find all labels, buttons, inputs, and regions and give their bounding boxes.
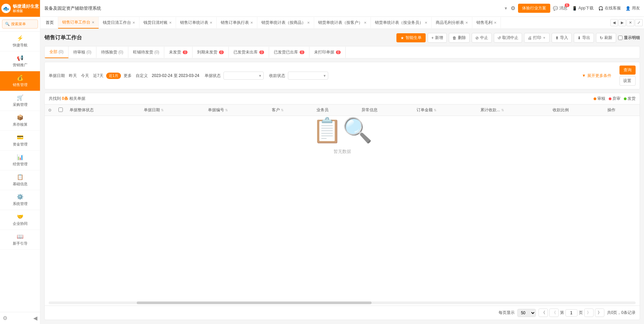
sidebar-item-base-info[interactable]: 📋 基础信息 (0, 170, 40, 190)
show-detail-checkbox[interactable] (618, 36, 622, 40)
tab-gross-profit[interactable]: 商品毛利分析表 ✕ (432, 17, 472, 28)
orders-table: ⚙ 单据整体状态 单据日期 ⇅ (45, 105, 640, 116)
filter-tab-pending-review[interactable]: 待审核 (0) (69, 47, 96, 58)
sidebar-item-inventory[interactable]: 📦 库存核算 (0, 111, 40, 131)
tab-close-icon[interactable]: ✕ (132, 21, 135, 25)
export-button[interactable]: ⬇ 导出 (574, 33, 594, 43)
results-count: 共找到 0条 相关单据 (49, 96, 85, 102)
tab-close-icon[interactable]: ✕ (250, 21, 253, 25)
tab-close-icon[interactable]: ✕ (425, 21, 427, 25)
date-btn-today[interactable]: 今天 (80, 72, 90, 79)
th-number-label: 单据编号 (208, 108, 224, 112)
sort-number-icon[interactable]: ⇅ (225, 108, 228, 112)
filter-tab-all[interactable]: 全部 (0) (45, 46, 69, 58)
sidebar-item-finance[interactable]: 💳 资金管理 (0, 131, 40, 151)
tab-sales-revenue[interactable]: 销售毛利 ✕ (472, 17, 501, 28)
page-number-input[interactable] (565, 309, 577, 317)
cancel-stop-button[interactable]: ↺ 取消中止 (494, 33, 522, 43)
page-next-button[interactable]: 〉 (584, 309, 594, 317)
tab-cash-reconcile[interactable]: 钱货日清对账 ✕ (139, 17, 176, 28)
tab-sales-summary-staff[interactable]: 销货单统计表（按业务员） ✕ (371, 17, 432, 28)
sidebar-item-quick-nav[interactable]: ⚡ 快捷导航 (0, 32, 40, 51)
user-button[interactable]: 👤 用友 (626, 5, 640, 11)
tab-close-icon[interactable]: ✕ (364, 21, 367, 25)
smart-create-button[interactable]: ★ 智能生单 (396, 33, 426, 42)
tab-close-all-button[interactable]: ✕ (627, 19, 634, 26)
tab-close-icon[interactable]: ✕ (307, 21, 310, 25)
sidebar-item-label: 系统管理 (13, 201, 28, 206)
sidebar-item-purchase[interactable]: 🛒 采购管理 (0, 91, 40, 111)
query-button[interactable]: 查询 (619, 66, 636, 75)
horizontal-scrollbar-thumb[interactable] (137, 301, 372, 304)
sidebar-item-operation[interactable]: 📊 经营管理 (0, 151, 40, 170)
solution-button[interactable]: 体验行业方案 (518, 4, 550, 13)
page-size-select[interactable]: 50 20 100 (517, 309, 536, 317)
topbar-right: 💬 消息 6 📱 App下载 🎧 在线客服 👤 用友 (553, 5, 640, 11)
filter-tab-pending-inspect[interactable]: 待拣验货 (0) (96, 47, 128, 58)
topbar-dropdown-icon[interactable]: ▼ (504, 6, 508, 11)
sidebar-item-marketing[interactable]: 📢 营销推广 (0, 51, 40, 71)
tab-close-icon[interactable]: ✕ (210, 21, 212, 25)
date-btn-yesterday[interactable]: 昨天 (68, 72, 78, 79)
tab-close-icon[interactable]: ✕ (92, 21, 94, 24)
ship-action-button[interactable]: 发货 (624, 96, 636, 102)
sort-collected-icon[interactable]: ⇅ (501, 108, 504, 112)
tab-cash-daily[interactable]: 钱货日清工作台 ✕ (99, 17, 139, 28)
tab-scroll-left-button[interactable]: ◀ (610, 19, 618, 26)
tab-sales-stats[interactable]: 销售订单统计表 ✕ (176, 17, 217, 28)
status-select[interactable] (223, 72, 264, 80)
collection-select[interactable] (288, 72, 328, 80)
import-button[interactable]: ⬆ 导入 (552, 33, 572, 43)
delete-button[interactable]: 🗑 删除 (449, 33, 470, 43)
online-service-button[interactable]: 🎧 在线客服 (598, 5, 621, 11)
filter-tab-not-shipped[interactable]: 未发货 0 (164, 47, 192, 58)
settings-gear-icon[interactable]: ⚙ (3, 315, 7, 321)
print-button[interactable]: 🖨 打印 ▼ (524, 33, 550, 43)
date-btn-more[interactable]: 更多 (122, 72, 133, 79)
sort-customer-icon[interactable]: ⇅ (281, 108, 284, 112)
search-menu-button[interactable]: 🔍 搜索菜单 (2, 19, 38, 29)
sidebar-item-enterprise[interactable]: 🤝 企业协同 (0, 210, 40, 230)
tab-sales-workbench[interactable]: 销售订单工作台 ✕ (58, 17, 99, 29)
tab-maximize-button[interactable]: ⤢ (635, 19, 643, 26)
date-btn-custom[interactable]: 自定义 (134, 72, 149, 79)
tab-sales-exec[interactable]: 销售订单执行表 ✕ (217, 17, 257, 28)
date-btn-7days[interactable]: 近7天 (92, 72, 105, 79)
tab-close-icon[interactable]: ✕ (494, 21, 497, 25)
tab-sales-summary-customer[interactable]: 销货单统计表（按客户） ✕ (314, 17, 371, 28)
message-button[interactable]: 💬 消息 6 (553, 5, 567, 11)
page-first-button[interactable]: 《 (539, 309, 548, 317)
show-detail-checkbox-area[interactable]: 显示明细 (618, 35, 640, 41)
stop-button[interactable]: ⊘ 中止 (472, 33, 492, 43)
page-last-button[interactable]: 》 (595, 309, 604, 317)
horizontal-scrollbar[interactable] (49, 301, 636, 304)
page-prev-button[interactable]: 〈 (549, 309, 559, 317)
tab-home[interactable]: 首页 (42, 17, 58, 28)
tab-close-icon[interactable]: ✕ (465, 21, 468, 25)
cancel-review-action-button[interactable]: 弃审 (609, 96, 620, 102)
tab-close-icon[interactable]: ✕ (169, 21, 172, 25)
tab-sales-summary-product[interactable]: 销货单统计表（按商品） ✕ (257, 17, 314, 28)
filter-tab-overdue-ship[interactable]: 到期未发货 0 (192, 47, 229, 58)
sidebar-item-guide[interactable]: 📖 新手引导 (0, 230, 40, 250)
app-download-button[interactable]: 📱 App下载 (572, 5, 594, 11)
refresh-button[interactable]: ↻ 刷新 (596, 33, 616, 43)
filter-tab-shipped-not-out[interactable]: 已发货未出库 0 (229, 47, 269, 58)
sidebar-item-system[interactable]: ⚙️ 系统管理 (0, 190, 40, 210)
date-btn-1month[interactable]: 近1月 (106, 73, 121, 79)
tab-scroll-right-button[interactable]: ▶ (618, 19, 626, 26)
filter-tab-wangpu-ship[interactable]: 旺铺待发货 (0) (128, 47, 164, 58)
add-button[interactable]: + 新增 (428, 33, 447, 43)
settings-button[interactable]: 设置 (619, 76, 636, 86)
sidebar-item-sales[interactable]: 💰 销售管理 (0, 71, 40, 91)
select-all-checkbox[interactable] (58, 108, 63, 112)
th-settings[interactable]: ⚙ (45, 105, 55, 116)
sort-date-icon[interactable]: ⇅ (161, 108, 164, 112)
review-action-button[interactable]: 审核 (594, 96, 605, 102)
filter-tab-shipped-out[interactable]: 已发货已出库 0 (269, 47, 309, 58)
sort-amount-icon[interactable]: ⇅ (434, 108, 436, 112)
expand-conditions-button[interactable]: ▼ 展开更多条件 (582, 73, 611, 79)
filter-tab-not-printed[interactable]: 未打印单据 0 (309, 47, 346, 58)
collapse-icon[interactable]: ◀ (33, 315, 37, 321)
topbar-settings-icon[interactable]: ⚙ (511, 5, 515, 11)
